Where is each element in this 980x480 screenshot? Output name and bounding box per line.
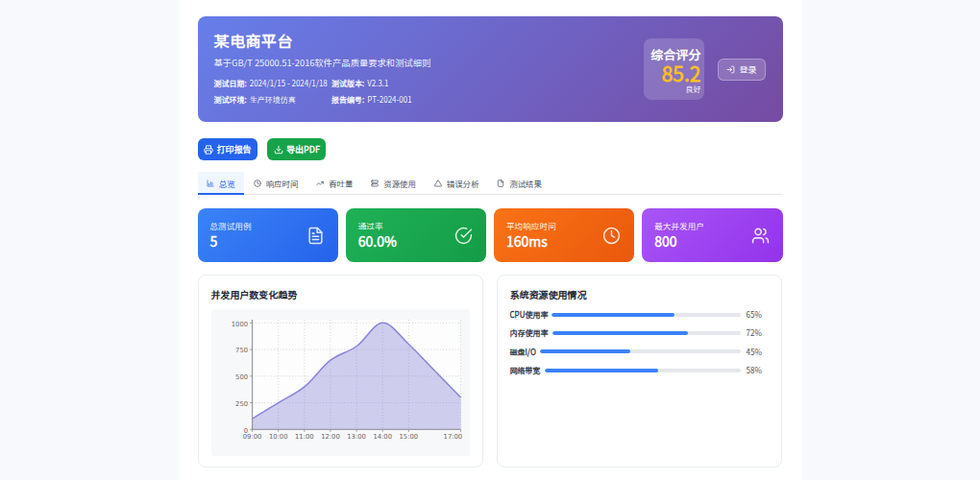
action-buttons: 打印报告 导出PDF: [198, 138, 783, 160]
tab-resource-usage[interactable]: 资源使用: [362, 172, 426, 194]
tab-overview[interactable]: 总览: [198, 172, 245, 194]
stat-label: 总测试用例: [210, 221, 252, 230]
test-date: 测试日期:2024/1/15 - 2024/1/18: [214, 79, 331, 87]
stat-label: 通过率: [358, 221, 397, 230]
header-right: 综合评分 85.2 良好 登录: [644, 38, 765, 100]
svg-text:17:00: 17:00: [443, 432, 462, 440]
login-button[interactable]: 登录: [718, 59, 765, 81]
page-title: 某电商平台: [214, 31, 645, 50]
file-icon: [497, 180, 504, 187]
area-chart: 0250500750100009:0010:0011:0012:0013:001…: [211, 309, 470, 456]
print-report-button[interactable]: 打印报告: [198, 138, 258, 160]
resource-row-memory: 内存使用率 72%: [510, 326, 769, 340]
stat-value: 800: [654, 233, 704, 250]
stat-max-concurrent: 最大并发用户 800: [642, 208, 782, 262]
detail-panels: 并发用户数变化趋势 0250500750100009:0010:0011:001…: [198, 275, 783, 468]
stat-value: 5: [210, 233, 252, 250]
bar-chart-icon: [207, 180, 214, 187]
test-version: 测试版本:V2.3.1: [331, 79, 645, 87]
tab-bar: 总览 响应时间 吞吐量 资源使用 错误分析: [198, 172, 783, 195]
progress-track: [540, 349, 741, 353]
report-header-info: 某电商平台 基于GB/T 25000.51-2016软件产品质量要求和测试细则 …: [214, 31, 645, 123]
stat-label: 平均响应时间: [506, 221, 556, 230]
stat-total-cases: 总测试用例 5: [198, 208, 338, 262]
users-icon: [751, 227, 770, 245]
export-pdf-button[interactable]: 导出PDF: [267, 138, 326, 160]
alert-triangle-icon: [434, 180, 442, 187]
page-subtitle: 基于GB/T 25000.51-2016软件产品质量要求和测试细则: [214, 56, 645, 69]
overall-score-box: 综合评分 85.2 良好: [644, 38, 704, 100]
report-page: 某电商平台 基于GB/T 25000.51-2016软件产品质量要求和测试细则 …: [179, 0, 802, 480]
progress-fill: [551, 313, 674, 317]
svg-text:1000: 1000: [231, 320, 247, 327]
svg-text:10:00: 10:00: [268, 432, 287, 440]
concurrency-trend-panel: 并发用户数变化趋势 0250500750100009:0010:0011:001…: [198, 275, 483, 468]
resource-panel-title: 系统资源使用情况: [510, 289, 769, 300]
server-icon: [371, 180, 379, 187]
test-info-grid: 测试日期:2024/1/15 - 2024/1/18 测试版本:V2.3.1 测…: [214, 79, 645, 104]
log-in-icon: [726, 65, 735, 74]
svg-text:12:00: 12:00: [321, 432, 340, 440]
progress-fill: [545, 369, 658, 372]
stat-label: 最大并发用户: [654, 221, 704, 230]
svg-text:09:00: 09:00: [242, 432, 261, 440]
tab-response-time[interactable]: 响应时间: [244, 172, 307, 194]
resource-row-cpu: CPU使用率 65%: [510, 308, 769, 322]
svg-text:750: 750: [235, 347, 248, 354]
download-icon: [274, 145, 283, 155]
report-header: 某电商平台 基于GB/T 25000.51-2016软件产品质量要求和测试细则 …: [198, 16, 783, 122]
resource-row-network: 网络带宽 58%: [510, 364, 769, 377]
score-value: 85.2: [644, 61, 700, 84]
svg-text:500: 500: [235, 373, 248, 381]
progress-track: [552, 331, 741, 335]
report-number: 报告编号:PT-2024-001: [331, 95, 645, 104]
svg-text:14:00: 14:00: [373, 432, 392, 440]
stat-pass-rate: 通过率 60.0%: [346, 208, 486, 262]
progress-fill: [552, 331, 688, 335]
tab-test-results[interactable]: 测试结果: [488, 172, 551, 194]
progress-fill: [540, 349, 630, 353]
progress-track: [551, 313, 740, 317]
file-text-icon: [306, 227, 325, 245]
resource-usage-panel: 系统资源使用情况 CPU使用率 65% 内存使用率 72% 磁盘I/O 45%: [497, 275, 782, 468]
stat-value: 60.0%: [358, 233, 397, 250]
clock-icon: [602, 227, 621, 245]
chart-panel-title: 并发用户数变化趋势: [211, 289, 470, 300]
svg-text:15:00: 15:00: [399, 432, 418, 440]
tab-throughput[interactable]: 吞吐量: [307, 172, 362, 194]
trending-up-icon: [316, 180, 324, 187]
svg-text:11:00: 11:00: [295, 432, 314, 440]
progress-track: [545, 369, 741, 372]
stat-cards: 总测试用例 5 通过率 60.0% 平均响应时间 160ms: [198, 208, 783, 262]
resource-row-disk: 磁盘I/O 45%: [510, 345, 769, 358]
resource-rows: CPU使用率 65% 内存使用率 72% 磁盘I/O 45% 网络带宽: [510, 308, 769, 377]
stat-value: 160ms: [506, 233, 556, 250]
test-environment: 测试环境:生产环境仿真: [214, 95, 331, 104]
concurrency-chart: 0250500750100009:0010:0011:0012:0013:001…: [211, 309, 470, 456]
svg-text:250: 250: [235, 399, 248, 407]
svg-text:13:00: 13:00: [347, 432, 366, 440]
tab-error-analysis[interactable]: 错误分析: [425, 172, 488, 194]
printer-icon: [204, 145, 213, 155]
stat-avg-response: 平均响应时间 160ms: [494, 208, 634, 262]
check-circle-icon: [454, 227, 473, 245]
clock-icon: [254, 180, 261, 187]
